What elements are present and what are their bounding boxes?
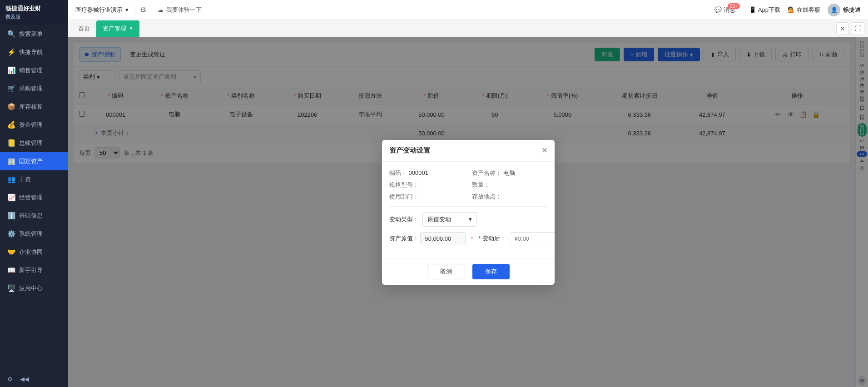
quantity-label: 数量： (472, 181, 490, 189)
user-info[interactable]: 👤 畅捷通 (828, 4, 861, 16)
online-service-btn[interactable]: 💁 在线客服 (788, 6, 820, 14)
sidebar-item-sales[interactable]: 📊 销售管理 (0, 61, 68, 79)
content-area: 资产明细 变更生成凭证 对账 + 新增 批量操作 (68, 37, 868, 387)
sidebar-item-label: 采购管理 (19, 84, 43, 93)
sidebar-item-basic-info[interactable]: ℹ️ 基础信息 (0, 207, 68, 225)
message-icon: 💬 (714, 6, 722, 13)
sidebar-item-fixed-assets[interactable]: 🏢 固定资产 (0, 152, 68, 170)
sidebar-item-label: 搜索菜单 (19, 30, 43, 38)
finance-icon: 💰 (7, 121, 15, 129)
sidebar-item-label: 总账管理 (19, 139, 43, 147)
asset-change-modal: 资产变动设置 ✕ 编码： 000001 资产名称： 电脑 (382, 140, 555, 285)
sidebar-item-nav[interactable]: ⚡ 快捷导航 (0, 43, 68, 61)
tab-home-label: 首页 (78, 25, 90, 33)
sidebar-nav: 🔍 搜索菜单 ⚡ 快捷导航 📊 销售管理 🛒 采购管理 📦 库存核算 💰 资金管… (0, 25, 68, 371)
info-icon: ℹ️ (7, 212, 15, 220)
collapse-icon[interactable]: ◀◀ (20, 376, 29, 382)
chevron-down-icon: ▾ (125, 6, 129, 13)
name-value: 电脑 (503, 169, 515, 177)
name-label: 资产名称： (472, 169, 501, 177)
assets-icon: 🏢 (7, 157, 15, 165)
search-icon: 🔍 (7, 30, 15, 38)
settings-gear-icon[interactable]: ⚙ (140, 5, 146, 14)
company-selector[interactable]: 医疗器械行业演示 ▾ (75, 6, 129, 14)
message-count: 99+ (728, 3, 740, 9)
experience-label: 我要体验一下 (166, 6, 202, 14)
save-button[interactable]: 保存 (472, 264, 510, 279)
modal-footer: 取消 保存 (382, 258, 555, 285)
change-type-label: 变动类型： (389, 215, 419, 223)
modal-divider (389, 206, 547, 207)
username: 畅捷通 (843, 6, 861, 14)
modal-title: 资产变动设置 (389, 146, 430, 155)
sidebar-item-business[interactable]: 📈 经营管理 (0, 189, 68, 207)
divider2 (152, 5, 152, 15)
modal-close-btn[interactable]: ✕ (541, 146, 547, 155)
experience-btn[interactable]: ☁ 我要体验一下 (158, 6, 202, 14)
sidebar-bottom: ⚙ ◀◀ (0, 371, 68, 387)
modal-quantity: 数量： (472, 181, 547, 189)
original-value-row: 资产原值： 50,000.00 * * 变动后： (389, 232, 547, 245)
sidebar-item-cooperation[interactable]: 🤝 企业协同 (0, 243, 68, 261)
main-content: 医疗器械行业演示 ▾ ⚙ ☁ 我要体验一下 💬 消息 99+ 📱 App下载 💁… (68, 0, 868, 387)
sidebar-item-system[interactable]: ⚙️ 系统管理 (0, 225, 68, 243)
settings-icon[interactable]: ⚙ (7, 376, 13, 382)
cancel-button[interactable]: 取消 (427, 264, 465, 279)
modal-body: 编码： 000001 资产名称： 电脑 规格型号： 数量： (382, 162, 555, 258)
sidebar-item-label: 销售管理 (19, 66, 43, 74)
sidebar-item-label: 系统管理 (19, 230, 43, 238)
app-center-icon: 🖥️ (7, 284, 15, 293)
tab-close-btn[interactable]: ✕ (836, 22, 849, 35)
sidebar-item-label: 工资 (19, 175, 31, 184)
tab-home[interactable]: 首页 (72, 20, 96, 37)
modal-location: 存放地点： (472, 193, 547, 201)
original-value-display: 50,000.00 (420, 232, 466, 245)
cooperation-icon: 🤝 (7, 248, 15, 256)
online-service-label: 在线客服 (797, 6, 820, 14)
dept-label: 使用部门： (389, 193, 419, 201)
tabs-right: ✕ ⛶ (836, 22, 864, 35)
avatar: 👤 (828, 4, 840, 16)
modal-info-grid: 编码： 000001 资产名称： 电脑 规格型号： 数量： (389, 169, 547, 201)
message-btn[interactable]: 💬 消息 99+ (714, 6, 735, 14)
spec-label: 规格型号： (389, 181, 419, 189)
change-type-row: 变动类型： 原值变动 ▾ (389, 212, 547, 227)
sidebar-item-payroll[interactable]: 👥 工资 (0, 170, 68, 189)
tab-asset-management[interactable]: 资产管理 ✕ (96, 20, 139, 37)
business-icon: 📈 (7, 194, 15, 202)
sidebar-item-guide[interactable]: 📖 新手引导 (0, 261, 68, 279)
sidebar-item-finance[interactable]: 💰 资金管理 (0, 116, 68, 134)
nav-icon: ⚡ (7, 48, 15, 56)
sidebar-item-label: 新手引导 (19, 266, 43, 274)
cloud-icon: ☁ (158, 6, 164, 13)
chevron-down-icon: ▾ (469, 216, 472, 223)
code-label: 编码： (389, 169, 407, 177)
sidebar-item-search[interactable]: 🔍 搜索菜单 (0, 25, 68, 43)
location-label: 存放地点： (472, 193, 501, 201)
sidebar-item-label: 企业协同 (19, 248, 43, 256)
topbar: 医疗器械行业演示 ▾ ⚙ ☁ 我要体验一下 💬 消息 99+ 📱 App下载 💁… (68, 0, 868, 20)
change-type-select[interactable]: 原值变动 ▾ (422, 212, 477, 227)
after-change-label: * 变动后： (479, 234, 506, 243)
modal-header: 资产变动设置 ✕ (382, 140, 555, 162)
required-star: * (471, 235, 473, 242)
tab-close-icon[interactable]: ✕ (129, 25, 133, 31)
inventory-icon: 📦 (7, 103, 15, 111)
sidebar-item-purchase[interactable]: 🛒 采购管理 (0, 79, 68, 98)
company-name: 医疗器械行业演示 (75, 6, 123, 14)
sidebar-item-ledger[interactable]: 📒 总账管理 (0, 134, 68, 152)
after-change-input[interactable] (510, 232, 555, 245)
ledger-icon: 📒 (7, 139, 15, 147)
tab-fullscreen-btn[interactable]: ⛶ (852, 22, 864, 35)
app-edition: 普及版 (5, 14, 41, 20)
modal-spec: 规格型号： (389, 181, 465, 189)
sidebar-item-label: 固定资产 (19, 157, 43, 165)
sidebar-item-inventory[interactable]: 📦 库存核算 (0, 98, 68, 116)
app-logo: 畅捷通好业财 普及版 (0, 0, 68, 25)
sidebar-item-app-center[interactable]: 🖥️ 应用中心 (0, 279, 68, 298)
app-download-btn[interactable]: 📱 App下载 (749, 6, 780, 14)
tab-asset-label: 资产管理 (103, 25, 126, 33)
modal-dept: 使用部门： (389, 193, 465, 201)
sidebar-item-label: 经营管理 (19, 194, 43, 202)
sidebar: 畅捷通好业财 普及版 🔍 搜索菜单 ⚡ 快捷导航 📊 销售管理 🛒 采购管理 📦… (0, 0, 68, 387)
